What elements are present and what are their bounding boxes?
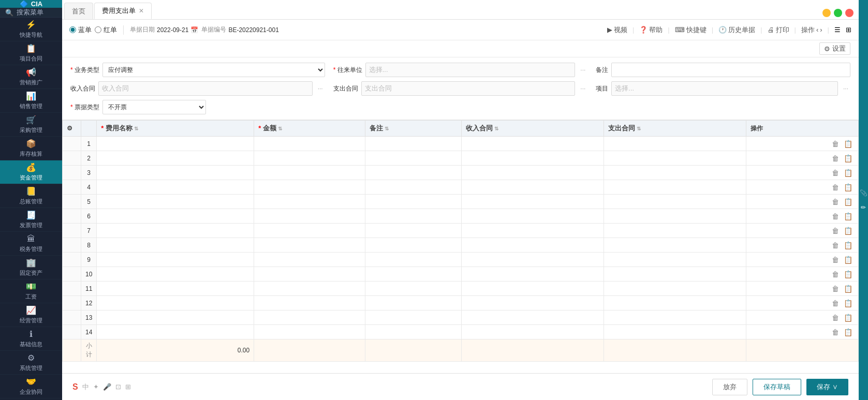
row-income-contract[interactable]	[462, 296, 604, 310]
row-copy-button[interactable]: 📋	[842, 169, 854, 177]
shortcut-button[interactable]: ⌨ 快捷键	[675, 25, 707, 35]
row-copy-button[interactable]: 📋	[842, 314, 854, 322]
row-amount[interactable]	[254, 282, 365, 296]
row-income-contract[interactable]	[462, 267, 604, 282]
row-delete-button[interactable]: 🗑	[830, 183, 841, 191]
row-remark[interactable]	[365, 137, 461, 151]
row-expense-contract[interactable]	[604, 253, 746, 267]
row-income-contract[interactable]	[462, 310, 604, 325]
row-remark[interactable]	[365, 209, 461, 224]
row-remark[interactable]	[365, 296, 461, 310]
row-copy-button[interactable]: 📋	[842, 140, 854, 148]
row-copy-button[interactable]: 📋	[842, 198, 854, 206]
save-draft-button[interactable]: 保存草稿	[753, 379, 801, 395]
sort-expense-name[interactable]: ⇅	[134, 126, 138, 131]
row-expense-contract[interactable]	[604, 180, 746, 195]
row-income-contract[interactable]	[462, 166, 604, 180]
row-income-contract[interactable]	[462, 325, 604, 339]
row-remark[interactable]	[365, 151, 461, 166]
invoice-type-select[interactable]: 不开票	[102, 100, 206, 114]
print-button[interactable]: 🖨 打印	[768, 25, 789, 35]
video-button[interactable]: ▶ 视频	[607, 25, 627, 35]
row-delete-button[interactable]: 🗑	[830, 256, 841, 264]
row-expense-contract[interactable]	[604, 195, 746, 209]
row-income-contract[interactable]	[462, 195, 604, 209]
row-income-contract[interactable]	[462, 209, 604, 224]
grid-view-icon[interactable]: ⊞	[846, 26, 851, 34]
sidebar-item-system[interactable]: ⚙系统管理	[0, 351, 62, 375]
row-expense-name[interactable]	[97, 238, 254, 253]
row-delete-button[interactable]: 🗑	[830, 299, 841, 307]
row-delete-button[interactable]: 🗑	[830, 241, 841, 249]
close-button[interactable]	[845, 9, 854, 17]
row-copy-button[interactable]: 📋	[842, 285, 854, 293]
row-expense-name[interactable]	[97, 195, 254, 209]
row-expense-contract[interactable]	[604, 282, 746, 296]
row-copy-button[interactable]: 📋	[842, 212, 854, 220]
row-expense-name[interactable]	[97, 253, 254, 267]
row-remark[interactable]	[365, 224, 461, 238]
row-expense-name[interactable]	[97, 180, 254, 195]
row-expense-name[interactable]	[97, 267, 254, 282]
row-delete-button[interactable]: 🗑	[830, 314, 841, 322]
row-expense-name[interactable]	[97, 209, 254, 224]
blue-single-radio[interactable]: 蓝单	[69, 25, 92, 35]
row-income-contract[interactable]	[462, 282, 604, 296]
row-delete-button[interactable]: 🗑	[830, 154, 841, 162]
row-copy-button[interactable]: 📋	[842, 241, 854, 249]
row-expense-name[interactable]	[97, 137, 254, 151]
row-expense-name[interactable]	[97, 151, 254, 166]
row-remark[interactable]	[365, 195, 461, 209]
sidebar-item-general-ledger[interactable]: 📒总账管理	[0, 184, 62, 208]
sidebar-item-enterprise[interactable]: 🤝企业协同	[0, 375, 62, 398]
col-expense-name[interactable]: * 费用名称 ⇅	[97, 121, 254, 137]
col-remark[interactable]: 备注 ⇅	[365, 121, 461, 137]
discard-button[interactable]: 放弃	[712, 379, 747, 395]
row-expense-contract[interactable]	[604, 296, 746, 310]
settings-button[interactable]: ⚙ 设置	[819, 42, 850, 55]
row-remark[interactable]	[365, 282, 461, 296]
row-income-contract[interactable]	[462, 224, 604, 238]
income-contract-input[interactable]: 收入合同	[98, 81, 313, 96]
row-income-contract[interactable]	[462, 151, 604, 166]
row-expense-name[interactable]	[97, 166, 254, 180]
row-expense-name[interactable]	[97, 325, 254, 339]
row-amount[interactable]	[254, 224, 365, 238]
row-expense-contract[interactable]	[604, 151, 746, 166]
sidebar-item-inventory[interactable]: 📦库存核算	[0, 137, 62, 160]
row-expense-contract[interactable]	[604, 209, 746, 224]
col-expense-contract[interactable]: 支出合同 ⇅	[604, 121, 746, 137]
row-remark[interactable]	[365, 325, 461, 339]
row-expense-contract[interactable]	[604, 325, 746, 339]
row-amount[interactable]	[254, 166, 365, 180]
maximize-button[interactable]	[834, 9, 842, 17]
row-delete-button[interactable]: 🗑	[830, 140, 841, 148]
row-income-contract[interactable]	[462, 137, 604, 151]
sidebar-search[interactable]: 🔍 搜索菜单	[0, 8, 62, 18]
minimize-button[interactable]	[822, 9, 831, 17]
row-remark[interactable]	[365, 267, 461, 282]
sidebar-item-marketing[interactable]: 📢营销推广	[0, 65, 62, 89]
col-income-contract[interactable]: 收入合同 ⇅	[462, 121, 604, 137]
sidebar-item-base-info[interactable]: ℹ基础信息	[0, 327, 62, 351]
row-remark[interactable]	[365, 180, 461, 195]
col-amount[interactable]: * 金额 ⇅	[254, 121, 365, 137]
row-delete-button[interactable]: 🗑	[830, 169, 841, 177]
sidebar-item-sales[interactable]: 📊销售管理	[0, 89, 62, 113]
row-expense-name[interactable]	[97, 296, 254, 310]
row-amount[interactable]	[254, 151, 365, 166]
list-view-icon[interactable]: ☰	[834, 26, 841, 34]
row-income-contract[interactable]	[462, 238, 604, 253]
row-amount[interactable]	[254, 310, 365, 325]
row-delete-button[interactable]: 🗑	[830, 285, 841, 293]
row-remark[interactable]	[365, 310, 461, 325]
row-copy-button[interactable]: 📋	[842, 270, 854, 278]
row-copy-button[interactable]: 📋	[842, 299, 854, 307]
sidebar-item-project-contract[interactable]: 📋项目合同	[0, 41, 62, 65]
help-button[interactable]: ❓ 帮助	[639, 25, 663, 35]
row-remark[interactable]	[365, 253, 461, 267]
row-amount[interactable]	[254, 180, 365, 195]
row-amount[interactable]	[254, 137, 365, 151]
row-expense-contract[interactable]	[604, 310, 746, 325]
business-type-select[interactable]: 应付调整	[102, 63, 325, 77]
